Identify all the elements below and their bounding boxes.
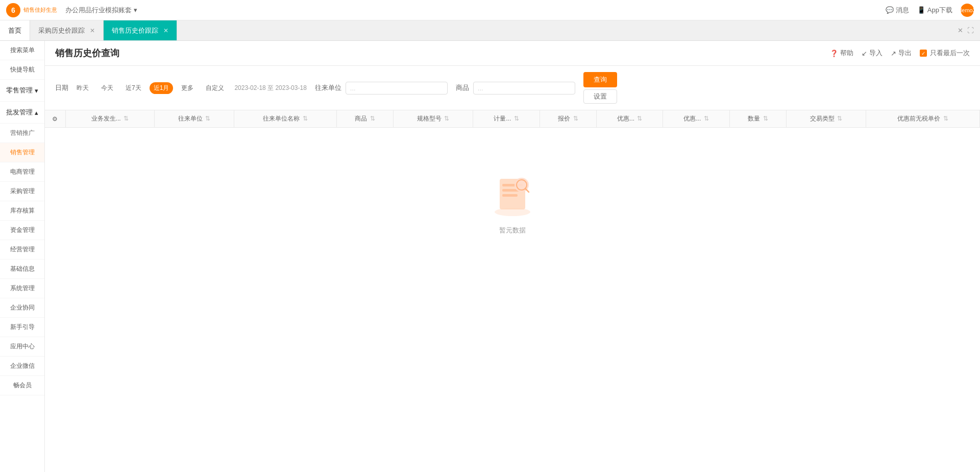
tab-home-label: 首页	[8, 26, 21, 35]
date-btn-more[interactable]: 更多	[177, 82, 198, 94]
wholesale-arrow: ▴	[35, 109, 38, 116]
table-body: 暂元数据	[45, 128, 980, 276]
empty-state-row: 暂元数据	[45, 128, 980, 276]
sidebar-item-guide[interactable]: 新手引导	[0, 318, 44, 337]
tab-purchase-history-label: 采购历史价跟踪	[38, 26, 85, 35]
partner-input[interactable]: ...	[346, 82, 448, 95]
th-trade-type[interactable]: 交易类型 ⇅	[787, 110, 866, 128]
import-label: 导入	[869, 49, 883, 58]
th-product[interactable]: 商品 ⇅	[336, 110, 394, 128]
tabbar: 首页 采购历史价跟踪 ✕ 销售历史价跟踪 ✕ ✕ ⛶	[0, 20, 980, 41]
sidebar-item-wechat[interactable]: 企业微信	[0, 357, 44, 376]
date-range-display: 2023-02-18 至 2023-03-18	[234, 84, 306, 92]
sidebar-item-sales-mgmt[interactable]: 销售管理	[0, 143, 44, 162]
sidebar-item-shortcuts[interactable]: 快捷导航	[0, 60, 44, 80]
sidebar-item-retail[interactable]: 零售管理 ▾	[0, 80, 44, 102]
date-btn-yesterday[interactable]: 昨天	[72, 82, 93, 94]
sidebar-item-ecommerce[interactable]: 电商管理	[0, 162, 44, 182]
logo-icon: 6	[6, 3, 20, 17]
date-btn-7days[interactable]: 近7天	[121, 82, 145, 94]
product-input[interactable]: ...	[473, 82, 575, 95]
tab-purchase-history[interactable]: 采购历史价跟踪 ✕	[30, 20, 104, 40]
sidebar-item-app-center[interactable]: 应用中心	[0, 337, 44, 357]
sidebar-item-system[interactable]: 系统管理	[0, 279, 44, 298]
tab-home[interactable]: 首页	[0, 20, 30, 40]
retail-arrow: ▾	[35, 87, 38, 95]
date-btn-custom[interactable]: 自定义	[202, 82, 228, 94]
search-label: 搜索菜单	[10, 46, 35, 54]
workspace-selector[interactable]: 办公用品行业模拟账套 ▾	[61, 4, 141, 17]
sort-icon-trade-type: ⇅	[837, 115, 842, 122]
message-label: 消息	[896, 6, 909, 15]
sidebar-item-operations[interactable]: 经营管理	[0, 240, 44, 259]
sidebar-item-enterprise[interactable]: 企业协同	[0, 298, 44, 318]
user-menu[interactable]: demo2	[961, 4, 974, 17]
sort-icon-price: ⇅	[573, 115, 578, 122]
th-discount2[interactable]: 优惠... ⇅	[663, 110, 729, 128]
tab-spacer	[177, 20, 951, 40]
tab-minimize-icon[interactable]: ✕	[958, 27, 963, 34]
app-center-label: 应用中心	[10, 343, 35, 350]
product-filter-group: 商品 ...	[456, 82, 575, 95]
data-table: ⚙ 业务发生... ⇅ 往来单位 ⇅ 往来单位名称 ⇅	[45, 110, 980, 276]
sales-mgmt-label: 销售管理	[10, 149, 35, 156]
settings-icon[interactable]: ⚙	[52, 115, 58, 123]
import-button[interactable]: ↙ 导入	[862, 49, 883, 58]
help-button[interactable]: ❓ 帮助	[830, 49, 853, 58]
sidebar-item-purchase[interactable]: 采购管理	[0, 182, 44, 201]
sort-icon-partner-name: ⇅	[303, 115, 308, 122]
th-spec[interactable]: 规格型号 ⇅	[394, 110, 473, 128]
checkbox-icon: ✓	[920, 50, 927, 57]
tab-sales-history[interactable]: 销售历史价跟踪 ✕	[104, 20, 177, 40]
sidebar-item-member[interactable]: 畅会员	[0, 376, 44, 395]
query-button[interactable]: 查询	[583, 72, 617, 87]
product-filter-label: 商品	[456, 83, 469, 92]
action-buttons: 查询 设置	[583, 72, 617, 104]
tab-purchase-history-close[interactable]: ✕	[90, 27, 95, 34]
message-button[interactable]: 💬 消息	[886, 6, 909, 15]
th-quantity[interactable]: 数量 ⇅	[729, 110, 787, 128]
sort-icon-spec: ⇅	[444, 115, 449, 122]
sort-icon-quantity: ⇅	[763, 115, 768, 122]
sidebar-item-finance[interactable]: 资金管理	[0, 221, 44, 240]
empty-state: 暂元数据	[45, 128, 980, 276]
sort-icon-discount2: ⇅	[704, 115, 709, 122]
app-icon: 📱	[917, 6, 925, 14]
th-price[interactable]: 报价 ⇅	[540, 110, 597, 128]
th-pre-tax[interactable]: 优惠前无税单价 ⇅	[866, 110, 980, 128]
partner-filter-label: 往来单位	[315, 83, 341, 92]
member-label: 畅会员	[13, 382, 32, 389]
sidebar-item-wholesale[interactable]: 批发管理 ▴	[0, 102, 44, 124]
th-discount1[interactable]: 优惠... ⇅	[597, 110, 663, 128]
app-download-button[interactable]: 📱 App下载	[917, 6, 952, 15]
tab-sales-history-close[interactable]: ✕	[163, 27, 168, 34]
sidebar-item-basic-info[interactable]: 基础信息	[0, 259, 44, 279]
partner-input-value: ...	[350, 84, 356, 92]
th-partner-code[interactable]: 往来单位 ⇅	[155, 110, 234, 128]
export-icon: ↗	[891, 50, 896, 57]
sidebar-item-inventory[interactable]: 库存核算	[0, 201, 44, 221]
date-btn-today[interactable]: 今天	[97, 82, 117, 94]
th-biz-date[interactable]: 业务发生... ⇅	[65, 110, 155, 128]
sidebar: 搜索菜单 快捷导航 零售管理 ▾ 批发管理 ▴ 营销推广 销售管理 电商管理 采…	[0, 41, 45, 472]
page-header-actions: ❓ 帮助 ↙ 导入 ↗ 导出 ✓ 只看最后一次	[830, 49, 970, 58]
th-settings: ⚙	[45, 110, 65, 128]
workspace-dropdown-icon: ▾	[134, 6, 137, 14]
app-label: App下载	[927, 6, 952, 15]
retail-label: 零售管理	[6, 86, 33, 95]
settings-button[interactable]: 设置	[583, 89, 617, 104]
tab-maximize-icon[interactable]: ⛶	[967, 27, 974, 34]
sort-icon-pre-tax: ⇅	[943, 115, 948, 122]
sidebar-item-marketing[interactable]: 营销推广	[0, 124, 44, 143]
empty-illustration	[487, 169, 538, 220]
th-unit[interactable]: 计量... ⇅	[473, 110, 540, 128]
export-button[interactable]: ↗ 导出	[891, 49, 912, 58]
sort-icon-partner-code: ⇅	[205, 115, 210, 122]
empty-text: 暂元数据	[499, 226, 526, 235]
wechat-label: 企业微信	[10, 362, 35, 369]
th-partner-name[interactable]: 往来单位名称 ⇅	[234, 110, 336, 128]
tab-actions: ✕ ⛶	[951, 20, 980, 40]
last-only-checkbox[interactable]: ✓ 只看最后一次	[920, 49, 970, 58]
sidebar-item-search[interactable]: 搜索菜单	[0, 41, 44, 60]
date-btn-1month[interactable]: 近1月	[150, 82, 174, 94]
